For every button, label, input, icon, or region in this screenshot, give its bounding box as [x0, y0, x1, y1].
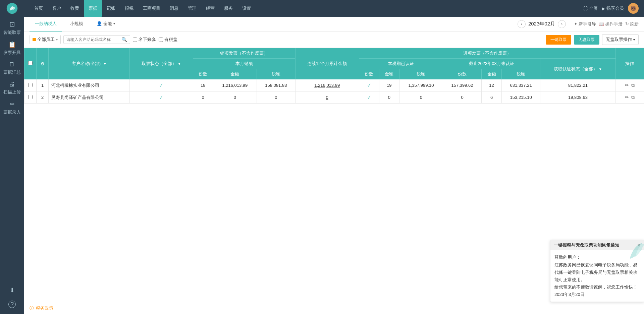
search-wrap: 🔍	[63, 35, 130, 44]
search-button[interactable]: 🔍	[121, 37, 127, 42]
notification-close-button[interactable]: ×	[638, 243, 640, 248]
sidebar-bottom-help[interactable]: ?	[0, 299, 24, 310]
sidebar-item-invoice-open[interactable]: 📋 发票开具	[0, 38, 24, 58]
check-circle-icon: ✓	[159, 82, 163, 88]
nav-tax[interactable]: 报税	[120, 0, 138, 17]
select-all-checkbox[interactable]	[28, 61, 33, 65]
sidebar-item-label: 智能取票	[3, 29, 21, 36]
row-auth-status: ✓	[359, 79, 379, 91]
date-prev-button[interactable]: ‹	[518, 20, 526, 28]
copy-icon[interactable]: ⧉	[631, 95, 635, 100]
row-cur-amount: 1,357,999.10	[399, 79, 443, 91]
sidebar-item-invoice-summary[interactable]: 🗒 票据汇总	[0, 58, 24, 77]
copy-icon[interactable]: ⧉	[631, 82, 635, 88]
row-cur-amount: 0	[399, 91, 443, 104]
checkbox-tax[interactable]	[159, 38, 163, 42]
row-actions: ✏ ⧉	[615, 91, 644, 104]
settings-icon[interactable]: ⚙	[41, 61, 45, 66]
employee-select[interactable]: 全部员工 ▾	[30, 35, 61, 44]
tab-small-scale[interactable]: 小规模	[65, 17, 89, 32]
edit-icon[interactable]: ✏	[625, 95, 629, 100]
nav-accounting[interactable]: 记账	[102, 0, 120, 17]
notification-header: 一键报税与无盘取票功能恢复通知 ×	[550, 240, 644, 250]
nav-business[interactable]: 工商项目	[138, 0, 165, 17]
member-label: 畅享会员	[606, 5, 624, 11]
row-cur-tax: 157,399.62	[443, 79, 482, 91]
fullscreen-btn[interactable]: ⛶ 全屏	[583, 5, 598, 11]
notification-popup: 一键报税与无盘取票功能恢复通知 × 尊敬的用户：江苏政务网已恢复访问电子税务局功…	[550, 240, 644, 302]
topnav-right: ⛶ 全屏 ▶ 畅享会员 🐻	[583, 3, 639, 14]
new-guide-button[interactable]: ✦ 新手引导	[574, 21, 596, 27]
sidebar-item-scan-upload[interactable]: 🖨 扫描上传	[0, 77, 24, 97]
row-customer: 灵寿县尚泽矿产品有限公司	[49, 91, 130, 104]
checkbox-account-wrap[interactable]: 名下账套	[133, 37, 156, 43]
row-unauth-amount: 631,337.21	[502, 79, 540, 91]
th-qty3: 份数	[443, 69, 482, 79]
policy-text[interactable]: 税务政策	[36, 305, 53, 311]
row-fetch-status: ✓	[130, 91, 193, 104]
row-monthly-qty: 0	[193, 91, 213, 104]
toolbar-right: 一键取票 无盘取票 无盘取票操作 ▾	[546, 34, 639, 45]
member-btn[interactable]: ▶ 畅享会员	[602, 5, 624, 11]
manual-button[interactable]: 📖 操作手册	[599, 21, 623, 27]
th-qty1: 份数	[193, 69, 213, 79]
row-cumulative: 0	[295, 91, 359, 104]
chevron-down-icon: ▾	[56, 38, 58, 42]
auth-circle-icon: ✓	[367, 82, 371, 88]
row-monthly-amount: 1,216,013.99	[213, 79, 257, 91]
edit-icon[interactable]: ✏	[625, 82, 629, 88]
th-qty2: 份数	[359, 69, 379, 79]
th-tax1: 税额	[257, 69, 295, 79]
smart-fetch-icon: ⊡	[9, 20, 15, 28]
row-cur-qty: 0	[379, 91, 399, 104]
sidebar-item-invoice-entry[interactable]: ✏ 票据录入	[0, 97, 24, 117]
row-customer: 河北柯橡橡实业有限公司	[49, 79, 130, 91]
select-dot	[33, 38, 36, 41]
checkbox-tax-wrap[interactable]: 有税盘	[159, 37, 177, 43]
refresh-button[interactable]: ↻ 刷新	[625, 21, 639, 27]
th-fetch-status-label: 取票状态（全部）	[142, 61, 176, 66]
nav-billing[interactable]: 收费	[66, 0, 84, 17]
nav-operate[interactable]: 经营	[201, 0, 219, 17]
cumulative-link[interactable]: 0	[326, 95, 328, 100]
nav-manage[interactable]: 管理	[183, 0, 201, 17]
checkbox-tax-label: 有税盘	[164, 37, 177, 43]
th-auth-status: 获取认证状态（全部） ▼	[540, 59, 616, 79]
nav-settings[interactable]: 设置	[237, 0, 256, 17]
avatar[interactable]: 🐻	[628, 3, 639, 14]
filter-icon[interactable]: ▼	[103, 62, 107, 66]
th-amount1: 金额	[213, 69, 257, 79]
nav-invoice[interactable]: 票据	[84, 0, 102, 17]
th-amount3: 金额	[481, 69, 501, 79]
filter-icon3[interactable]: ▼	[599, 67, 602, 71]
date-next-button[interactable]: ›	[558, 20, 566, 28]
help-icon: ?	[8, 301, 16, 308]
row-checkbox[interactable]	[24, 91, 37, 104]
no-disk-fetch-button[interactable]: 无盘取票	[574, 35, 599, 45]
nav-home[interactable]: 首页	[30, 0, 48, 17]
sidebar-item-smart-fetch[interactable]: ⊡ 智能取票	[0, 17, 24, 38]
nav-message[interactable]: 消息	[165, 0, 183, 17]
row-cur-qty: 19	[379, 79, 399, 91]
checkbox-account[interactable]	[133, 38, 137, 42]
nav-service[interactable]: 服务	[219, 0, 237, 17]
row-unauth-amount: 153,215.10	[502, 91, 540, 104]
filter-icon2[interactable]: ▼	[178, 62, 181, 66]
sidebar-bottom-download[interactable]: ⬇	[0, 285, 24, 296]
row-cur-tax: 0	[443, 91, 482, 104]
checkbox-account-label: 名下账套	[139, 37, 156, 43]
row-fetch-status: ✓	[130, 79, 193, 91]
sidebar-bottom: ⬇ ?	[0, 285, 24, 314]
row-checkbox[interactable]	[24, 79, 37, 91]
row-monthly-amount: 0	[213, 91, 257, 104]
tab-all[interactable]: 👤 全能 ▾	[91, 17, 120, 32]
th-tax2: 税额	[399, 69, 443, 79]
one-click-fetch-button[interactable]: 一键取票	[546, 35, 571, 45]
cumulative-link[interactable]: 1,216,013.99	[314, 83, 340, 88]
tab-general-taxpayer[interactable]: 一般纳税人	[30, 17, 62, 32]
nav-customer[interactable]: 客户	[48, 0, 66, 17]
no-disk-ops-button[interactable]: 无盘取票操作 ▾	[602, 34, 639, 45]
search-input[interactable]	[66, 37, 120, 42]
tab-all-icon: 👤	[97, 21, 102, 26]
manual-icon: 📖	[599, 21, 604, 26]
